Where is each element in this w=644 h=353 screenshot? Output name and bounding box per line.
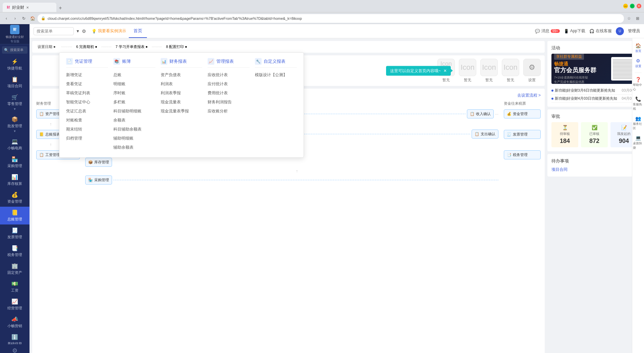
notification-button[interactable]: 💬 消息 99+ xyxy=(535,28,560,34)
custom-item-template[interactable]: 模版设计【公测】 xyxy=(255,70,297,80)
ledger-item-aux-detail[interactable]: 辅助明细账 xyxy=(113,134,155,143)
ledger-item-subject-detail[interactable]: 科目辅助明细账 xyxy=(113,107,155,116)
online-service-button[interactable]: 🎧 在线客服 xyxy=(589,28,612,34)
ellipsis-1: ··· xyxy=(495,112,498,116)
ledger-item-aux-balance[interactable]: 辅助余额表 xyxy=(113,143,155,152)
sidebar-item-label: 项目合同 xyxy=(7,84,22,89)
voucher-item-period[interactable]: 期末结转 xyxy=(66,125,108,134)
voucher-item-check[interactable]: 对账检查 xyxy=(66,116,108,125)
maximize-button[interactable]: □ xyxy=(630,4,635,8)
sidebar-item-inventory[interactable]: 📊 库存核算 xyxy=(0,171,30,189)
financial-item-cashflow-q[interactable]: 现金流量表季报 xyxy=(161,107,203,116)
demo-link[interactable]: 💡 我要看实例演示 xyxy=(92,28,126,34)
header-search-input[interactable] xyxy=(34,27,74,35)
icon-box-2[interactable]: Icon 暂无 xyxy=(459,59,476,83)
notification-badge: 99+ xyxy=(551,29,560,33)
icon-box-3[interactable]: Icon 暂无 xyxy=(480,59,498,83)
app-download-button[interactable]: 📱 App下载 xyxy=(564,28,585,34)
home-nav-button[interactable]: 🏠 xyxy=(29,15,36,22)
flow-node-income-confirm[interactable]: 📋 收入确认 xyxy=(467,109,494,118)
financial-item-profit-q[interactable]: 利润表季报 xyxy=(161,89,203,98)
sales-icon: 🛒 xyxy=(11,94,18,100)
settings-gear-icon[interactable]: ⚙ xyxy=(82,29,86,34)
sidebar-item-sales[interactable]: 🛒 零售管理 ▼ xyxy=(0,91,30,113)
tab-close-button[interactable]: ✕ xyxy=(26,6,29,9)
payroll-flow-label: 工资管理 xyxy=(45,152,60,157)
icon-box-4[interactable]: Icon 暂无 xyxy=(502,59,519,83)
sidebar-item-basic-info[interactable]: ℹ️ 基础信息 xyxy=(0,331,30,344)
news-item-2[interactable]: 新功能|好业财4月03日功能更新抢先知 04月03日 xyxy=(551,95,637,103)
right-settings-label: 设置 xyxy=(635,64,641,68)
flow-node-expense-confirm[interactable]: 📋 支出确认 xyxy=(472,130,498,139)
ledger-item-balance[interactable]: 余额表 xyxy=(113,116,155,125)
minimize-button[interactable]: — xyxy=(623,4,628,8)
ledger-item-general[interactable]: 总账 xyxy=(113,70,155,80)
sidebar-item-ecommerce[interactable]: 💻 小畅电商 xyxy=(0,136,30,153)
forward-button[interactable]: › xyxy=(11,15,19,22)
sidebar-item-quick-nav[interactable]: ⚡ 快捷导航 xyxy=(0,56,30,73)
ledger-item-detail[interactable]: 明细账 xyxy=(113,80,155,89)
right-sidebar-home[interactable]: 🏠 首页 xyxy=(635,41,642,55)
sidebar-item-operations[interactable]: 📈 经营管理 xyxy=(0,296,30,313)
mine-label: 我发起的 xyxy=(617,132,631,136)
right-sidebar-desktop[interactable]: 💻 桌面快捷 xyxy=(632,133,644,152)
right-sidebar-help[interactable]: ❓ 帮助中心 xyxy=(632,75,644,94)
sidebar-item-project[interactable]: 📋 项目合同 xyxy=(0,73,30,91)
news-item-1[interactable]: 新功能|好业财3月6日功能更新抢先知 03月06日 xyxy=(551,87,637,95)
ledger-item-multi[interactable]: 多栏账 xyxy=(113,98,155,107)
flow-node-invoice[interactable]: 🧾 发票管理 xyxy=(504,130,541,139)
flow-spacer-2 xyxy=(504,142,541,147)
reload-button[interactable]: ↻ xyxy=(20,15,28,22)
flow-node-purchase[interactable]: 🏪 采购管理 xyxy=(85,175,112,185)
voucher-item-draft[interactable]: 草稿凭证列表 xyxy=(66,89,108,98)
flow-node-capital[interactable]: 💰 资金管理 xyxy=(504,109,541,118)
mgmt-item-expense[interactable]: 费用统计表 xyxy=(208,89,250,98)
close-button[interactable]: ✕ xyxy=(637,4,641,8)
sidebar-item-fixed-assets[interactable]: 🏢 固定资产 xyxy=(0,260,30,278)
financial-item-balance-sheet[interactable]: 资产负债表 xyxy=(161,70,203,80)
ledger-item-sequence[interactable]: 序时账 xyxy=(113,89,155,98)
active-tab[interactable]: 财 好业财 ✕ xyxy=(3,3,56,12)
sidebar-item-purchase[interactable]: 🏪 采购管理 xyxy=(0,153,30,171)
sidebar-item-tax[interactable]: 📑 税务管理 xyxy=(0,242,30,260)
sidebar-settings[interactable]: ⚙ xyxy=(9,344,20,353)
mgmt-item-payable[interactable]: 应付统计表 xyxy=(208,80,250,89)
sidebar-item-label: 资金管理 xyxy=(7,199,22,204)
bookmark-button[interactable]: ☆ xyxy=(625,15,633,22)
right-sidebar-community[interactable]: 👥 服务社区 xyxy=(632,114,644,133)
dropdown-toggle[interactable]: ▼ xyxy=(76,29,80,34)
todo-item-project[interactable]: 项目合同 xyxy=(551,167,637,172)
flow-node-tax[interactable]: 📑 税务管理 xyxy=(504,150,541,159)
financial-item-cashflow[interactable]: 现金流量表 xyxy=(161,98,203,107)
approval-stat-pending[interactable]: ⏳ 待审核 184 xyxy=(551,122,578,147)
mgmt-item-receivable[interactable]: 应收统计表 xyxy=(208,70,250,80)
voucher-item-archive[interactable]: 归档管理 xyxy=(66,134,108,143)
sidebar-item-finance[interactable]: 💰 资金管理 xyxy=(0,189,30,207)
voucher-item-view[interactable]: 查看凭证 xyxy=(66,80,108,89)
back-button[interactable]: ‹ xyxy=(3,15,10,22)
voucher-item-summary[interactable]: 凭证汇总表 xyxy=(66,107,108,116)
sidebar-item-accounting[interactable]: 📒 总账管理 xyxy=(0,207,30,224)
icon-box-settings[interactable]: ⚙ 设置 xyxy=(523,59,541,83)
sidebar-item-wholesale[interactable]: 📦 批发管理 ▼ xyxy=(0,113,30,136)
right-sidebar-service[interactable]: 📞 客服热线 xyxy=(632,94,644,113)
financial-item-profit[interactable]: 利润表 xyxy=(161,80,203,89)
ledger-item-subject-balance[interactable]: 科目辅助余额表 xyxy=(113,125,155,134)
sidebar-search-button[interactable]: 🔍 搜索菜单 xyxy=(2,46,28,54)
mgmt-item-profit-report[interactable]: 财务利润报告 xyxy=(208,98,250,107)
tip-close-button[interactable]: ✕ xyxy=(443,68,447,73)
flow-setup-link[interactable]: 去设置流程 > xyxy=(517,93,541,98)
user-avatar[interactable]: U xyxy=(616,27,624,35)
new-tab-button[interactable]: + xyxy=(56,4,64,12)
right-sidebar-settings[interactable]: ⚙ 设置 xyxy=(635,56,642,70)
extensions-button[interactable]: ⊞ xyxy=(634,15,641,22)
mgmt-item-receivable-analysis[interactable]: 应收账分析 xyxy=(208,107,250,116)
sidebar-item-marketing[interactable]: 📣 小畅营销 xyxy=(0,313,30,331)
sidebar-item-payroll[interactable]: 💵 工资 xyxy=(0,278,30,296)
voucher-item-new[interactable]: 新增凭证 xyxy=(66,70,108,80)
flow-node-inventory[interactable]: 📦 库存管理 xyxy=(85,158,112,167)
tab-home[interactable]: 首页 xyxy=(129,24,147,38)
voucher-item-smart[interactable]: 智能凭证中心 xyxy=(66,98,108,107)
approval-stat-approved[interactable]: ✅ 已审核 872 xyxy=(581,122,608,147)
sidebar-item-invoice[interactable]: 🧾 发票管理 xyxy=(0,224,30,242)
